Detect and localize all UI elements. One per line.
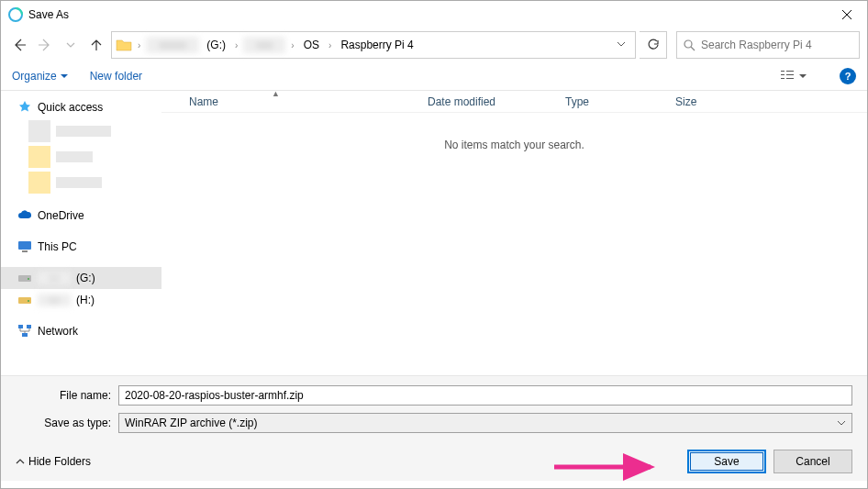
- organize-button[interactable]: Organize: [12, 70, 68, 83]
- column-header-name[interactable]: Name ▲: [189, 95, 428, 108]
- hide-folders-button[interactable]: Hide Folders: [16, 455, 91, 468]
- new-folder-label: New folder: [90, 70, 142, 83]
- drive-icon: [17, 271, 32, 285]
- sidebar-item-drive-g[interactable]: xx (G:): [1, 267, 161, 289]
- search-icon: [683, 39, 696, 51]
- column-header-type[interactable]: Type: [565, 95, 675, 108]
- breadcrumb-hidden[interactable]: xxx: [243, 37, 285, 53]
- dropdown-icon: [837, 418, 846, 428]
- sidebar-item-label: Quick access: [38, 101, 103, 114]
- app-icon: [8, 7, 23, 22]
- sidebar-item-label: This PC: [38, 240, 77, 253]
- svg-rect-4: [781, 78, 785, 79]
- svg-rect-10: [18, 275, 31, 282]
- column-header-date[interactable]: Date modified: [428, 95, 565, 108]
- svg-point-13: [28, 300, 29, 302]
- recent-locations-button[interactable]: [60, 34, 82, 56]
- chevron-right-icon[interactable]: ›: [327, 40, 333, 50]
- network-icon: [17, 324, 32, 339]
- pc-icon: [17, 239, 32, 254]
- sidebar-item-drive-h[interactable]: xx (H:): [1, 289, 161, 311]
- svg-rect-16: [22, 333, 28, 337]
- star-icon: [17, 100, 32, 115]
- breadcrumb-drive[interactable]: (G:): [203, 37, 229, 53]
- sidebar-item-label: (H:): [76, 294, 95, 306]
- filename-input[interactable]: [118, 385, 852, 406]
- sidebar-item-network[interactable]: Network: [1, 320, 161, 342]
- quick-access-child[interactable]: [28, 170, 161, 195]
- empty-message: No items match your search.: [161, 113, 867, 151]
- svg-rect-5: [786, 71, 794, 72]
- svg-rect-15: [27, 325, 31, 328]
- sort-asc-icon: ▲: [272, 89, 280, 98]
- chevron-right-icon[interactable]: ›: [233, 40, 239, 50]
- view-options-button[interactable]: [781, 70, 807, 83]
- hide-folders-label: Hide Folders: [28, 455, 91, 468]
- folder-icon: [116, 37, 132, 53]
- cancel-button[interactable]: Cancel: [773, 450, 852, 473]
- filetype-value: WinRAR ZIP archive (*.zip): [125, 417, 257, 429]
- refresh-button[interactable]: [640, 31, 667, 59]
- breadcrumb-os[interactable]: OS: [300, 37, 323, 53]
- sidebar: Quick access OneDrive This PC xx: [1, 91, 161, 375]
- breadcrumb-current[interactable]: Raspberry Pi 4: [337, 37, 417, 53]
- organize-label: Organize: [12, 70, 57, 83]
- address-dropdown-button[interactable]: [611, 39, 631, 51]
- breadcrumb-root[interactable]: xxxxx: [146, 37, 199, 53]
- svg-rect-9: [22, 250, 28, 252]
- new-folder-button[interactable]: New folder: [90, 70, 142, 83]
- quick-access-child[interactable]: [28, 144, 161, 170]
- forward-button[interactable]: [34, 34, 56, 56]
- dropdown-icon: [61, 72, 68, 80]
- svg-rect-8: [18, 241, 31, 250]
- sidebar-item-onedrive[interactable]: OneDrive: [1, 205, 161, 227]
- svg-rect-7: [786, 78, 794, 79]
- file-list: Name ▲ Date modified Type Size No items …: [161, 91, 867, 375]
- svg-point-1: [684, 40, 692, 48]
- chevron-up-icon: [16, 457, 25, 466]
- close-button[interactable]: [826, 1, 867, 28]
- help-button[interactable]: ?: [840, 68, 856, 84]
- svg-rect-12: [18, 297, 31, 304]
- column-header-size[interactable]: Size: [675, 95, 767, 108]
- search-input[interactable]: [701, 39, 853, 51]
- drive-icon: [17, 293, 32, 307]
- back-button[interactable]: [8, 34, 30, 56]
- sidebar-item-label: Network: [38, 325, 78, 338]
- address-bar[interactable]: › xxxxx (G:) › xxx › OS › Raspberry Pi 4: [111, 31, 636, 59]
- sidebar-item-label: OneDrive: [38, 209, 84, 222]
- chevron-right-icon[interactable]: ›: [136, 40, 142, 50]
- filename-label: File name:: [16, 389, 118, 402]
- sidebar-item-this-pc[interactable]: This PC: [1, 236, 161, 258]
- search-box[interactable]: [676, 31, 860, 59]
- svg-rect-6: [786, 74, 794, 75]
- save-button[interactable]: Save: [687, 450, 766, 473]
- dropdown-icon: [799, 72, 807, 80]
- cloud-icon: [17, 208, 32, 223]
- window-title: Save As: [28, 8, 69, 21]
- up-button[interactable]: [85, 34, 107, 56]
- svg-rect-2: [781, 71, 785, 72]
- sidebar-item-quick-access[interactable]: Quick access: [1, 96, 161, 118]
- svg-rect-14: [18, 325, 23, 328]
- quick-access-child[interactable]: [28, 118, 161, 144]
- sidebar-item-label: (G:): [76, 272, 95, 284]
- svg-rect-3: [781, 74, 785, 75]
- filetype-label: Save as type:: [16, 417, 118, 429]
- filetype-select[interactable]: WinRAR ZIP archive (*.zip): [118, 413, 852, 433]
- chevron-right-icon[interactable]: ›: [289, 40, 295, 50]
- svg-point-11: [28, 278, 29, 280]
